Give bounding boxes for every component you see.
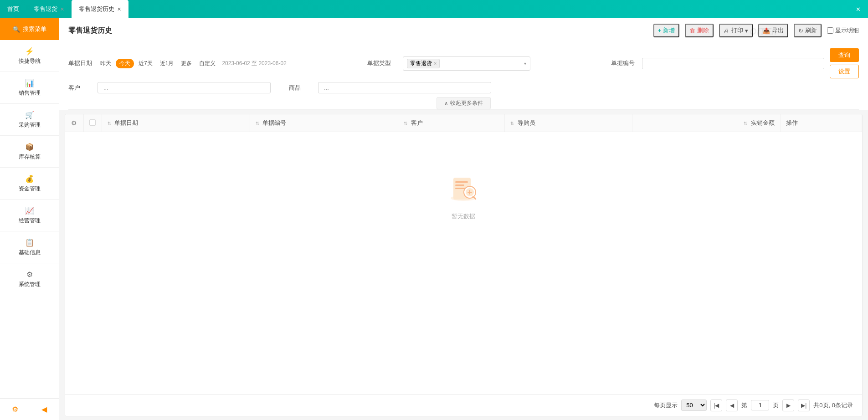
- col-customer-label: 客户: [411, 119, 423, 126]
- collapse-button[interactable]: ∧ 收起更多条件: [437, 97, 491, 109]
- print-button[interactable]: 🖨 打印 ▾: [719, 24, 753, 37]
- quick-nav-icon: ⚡: [25, 46, 34, 56]
- tab-retail-return-history-close[interactable]: ✕: [117, 6, 121, 12]
- page-label-suffix: 页: [773, 401, 779, 410]
- print-dropdown-icon: ▾: [745, 27, 748, 34]
- col-operation: 操作: [780, 114, 862, 132]
- col-amount[interactable]: ⇅ 实销金额: [632, 114, 780, 132]
- export-label: 导出: [772, 26, 784, 35]
- tab-retail-return-history-label: 零售退货历史: [79, 5, 114, 13]
- sidebar-item-basic-info-label: 基础信息: [19, 249, 41, 256]
- refresh-button[interactable]: ↻ 刷新: [794, 24, 822, 37]
- table-body: 暂无数据: [65, 132, 862, 257]
- col-checkbox[interactable]: [83, 114, 102, 132]
- pagination-bar: 每页显示 50 20 100 |◀ ◀ 第 页 ▶ ▶| 共0页, 0条记录: [65, 394, 862, 416]
- display-toggle[interactable]: 显示明细: [827, 26, 859, 35]
- tab-home-label: 首页: [7, 5, 19, 13]
- bill-no-input[interactable]: [642, 58, 824, 69]
- sidebar-item-operations[interactable]: 📈 经营管理: [0, 200, 59, 231]
- sidebar-item-quick-nav[interactable]: ⚡ 快捷导航: [0, 40, 59, 72]
- page-size-select[interactable]: 50 20 100: [681, 400, 707, 411]
- table-header: ⚙ ⇅ 单据日期 ⇅ 单据编号: [65, 114, 862, 132]
- empty-area: 暂无数据: [65, 132, 862, 257]
- empty-row: 暂无数据: [65, 132, 862, 257]
- sidebar-item-purchase[interactable]: 🛒 采购管理: [0, 104, 59, 136]
- col-bill-date[interactable]: ⇅ 单据日期: [102, 114, 250, 132]
- guide-sort: ⇅: [510, 121, 514, 126]
- filter-area: 单据日期 昨天 今天 近7天 近1月 更多 自定义 2023-06-02 至 2…: [68, 43, 859, 110]
- sidebar-item-inventory[interactable]: 📦 库存核算: [0, 136, 59, 168]
- page-total-label: 共0页, 0条记录: [813, 401, 853, 410]
- date-btn-today[interactable]: 今天: [116, 59, 134, 68]
- sidebar-item-finance[interactable]: 💰 资金管理: [0, 168, 59, 200]
- date-btn-custom[interactable]: 自定义: [196, 59, 218, 68]
- bill-type-tag-value: 零售退货: [410, 60, 432, 67]
- goods-input[interactable]: ...: [318, 82, 491, 93]
- tab-retail-return-close[interactable]: ✕: [60, 6, 64, 12]
- page-prev-btn[interactable]: ◀: [726, 400, 738, 411]
- sidebar-item-operations-label: 经营管理: [19, 217, 41, 225]
- tab-retail-return-history[interactable]: 零售退货历史 ✕: [72, 0, 128, 18]
- page-next-btn[interactable]: ▶: [782, 400, 794, 411]
- tab-retail-return[interactable]: 零售退货 ✕: [26, 0, 72, 18]
- search-icon: 🔍: [13, 26, 20, 33]
- refresh-label: 刷新: [805, 26, 817, 35]
- empty-icon: [445, 169, 482, 205]
- date-btn-yesterday[interactable]: 昨天: [98, 59, 114, 68]
- svg-rect-2: [455, 181, 468, 183]
- amount-sort: ⇅: [744, 121, 747, 126]
- settings-button[interactable]: 设置: [830, 65, 859, 78]
- sidebar-item-inventory-label: 库存核算: [19, 153, 41, 161]
- date-btn-more[interactable]: 更多: [178, 59, 195, 68]
- date-btn-1month[interactable]: 近1月: [157, 59, 177, 68]
- page-last-btn[interactable]: ▶|: [798, 400, 810, 411]
- collapse-sidebar-icon[interactable]: ◀: [41, 405, 47, 414]
- select-all-checkbox[interactable]: [89, 119, 96, 126]
- export-button[interactable]: 📤 导出: [758, 24, 788, 37]
- bill-type-dropdown-icon: ▾: [524, 61, 526, 66]
- sidebar-search[interactable]: 🔍 搜索菜单: [0, 18, 59, 40]
- delete-label: 删除: [697, 26, 709, 35]
- delete-icon: 🗑: [689, 27, 695, 34]
- page-current-input[interactable]: [751, 400, 769, 410]
- sales-icon: 📊: [25, 78, 34, 87]
- settings-bottom-icon[interactable]: ⚙: [12, 405, 18, 414]
- finance-icon: 💰: [25, 174, 34, 183]
- filter-row-1: 单据日期 昨天 今天 近7天 近1月 更多 自定义 2023-06-02 至 2…: [68, 48, 859, 78]
- col-guide[interactable]: ⇅ 导购员: [504, 114, 632, 132]
- sidebar-item-sales[interactable]: 📊 销售管理: [0, 72, 59, 104]
- bill-type-select[interactable]: 零售退货 × ▾: [403, 56, 530, 71]
- page-size-label: 每页显示: [654, 401, 678, 410]
- customer-sort: ⇅: [404, 121, 407, 126]
- date-range-display: 2023-06-02 至 2023-06-02: [222, 60, 286, 67]
- delete-button[interactable]: 🗑 删除: [685, 24, 714, 37]
- col-bill-no[interactable]: ⇅ 单据编号: [250, 114, 398, 132]
- query-button[interactable]: 查询: [830, 48, 859, 62]
- data-section: ⚙ ⇅ 单据日期 ⇅ 单据编号: [65, 114, 863, 416]
- page-first-btn[interactable]: |◀: [710, 400, 722, 411]
- bill-date-sort: ⇅: [108, 121, 111, 126]
- sidebar-item-finance-label: 资金管理: [19, 185, 41, 193]
- customer-input[interactable]: ...: [98, 82, 271, 93]
- sidebar-item-quick-nav-label: 快捷导航: [19, 57, 41, 65]
- table-settings-icon[interactable]: ⚙: [71, 119, 77, 127]
- goods-label: 商品: [289, 84, 316, 92]
- sidebar-item-basic-info[interactable]: 📋 基础信息: [0, 231, 59, 263]
- data-table: ⚙ ⇅ 单据日期 ⇅ 单据编号: [65, 114, 862, 257]
- sidebar-item-system[interactable]: ⚙ 系统管理: [0, 263, 59, 295]
- bill-no-sort: ⇅: [256, 121, 259, 126]
- display-toggle-checkbox[interactable]: [827, 27, 833, 34]
- table-scroll-area[interactable]: ⚙ ⇅ 单据日期 ⇅ 单据编号: [65, 114, 862, 394]
- top-bar-right-close[interactable]: ✕: [856, 6, 861, 13]
- new-button[interactable]: + 新增: [653, 24, 679, 37]
- collapse-label: 收起更多条件: [450, 99, 483, 107]
- main-layout: 🔍 搜索菜单 ⚡ 快捷导航 📊 销售管理 🛒 采购管理 📦 库存核算 💰: [0, 18, 868, 420]
- tab-home[interactable]: 首页: [0, 0, 26, 18]
- date-btn-7days[interactable]: 近7天: [136, 59, 155, 68]
- bill-type-tag-close[interactable]: ×: [434, 61, 437, 66]
- col-settings[interactable]: ⚙: [65, 114, 83, 132]
- collapse-row: ∧ 收起更多条件: [68, 97, 859, 109]
- page-title: 零售退货历史: [68, 26, 112, 36]
- sidebar: 🔍 搜索菜单 ⚡ 快捷导航 📊 销售管理 🛒 采购管理 📦 库存核算 💰: [0, 18, 59, 420]
- col-customer[interactable]: ⇅ 客户: [398, 114, 505, 132]
